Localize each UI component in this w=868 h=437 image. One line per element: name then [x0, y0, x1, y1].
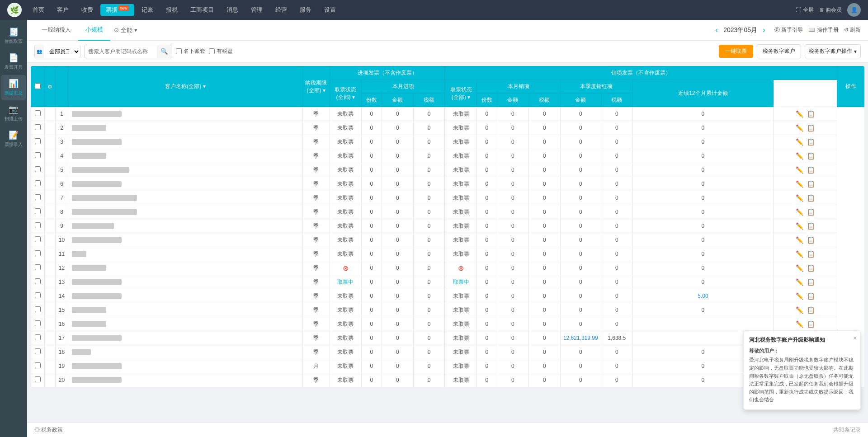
row-edit-btn[interactable]: ✏️ [795, 109, 804, 118]
row-edit-btn[interactable]: ✏️ [795, 123, 804, 132]
tax-action-btn[interactable]: 税务数字账户操作 ▾ [805, 44, 861, 58]
row-checkbox[interactable] [35, 334, 41, 340]
sidebar-item-open-invoice[interactable]: 📄 发票开具 [1, 49, 26, 74]
row-copy-btn[interactable]: 📋 [806, 291, 816, 301]
row-edit-btn[interactable]: ✏️ [795, 277, 804, 287]
select-all-checkbox[interactable] [35, 83, 41, 89]
nav-message[interactable]: 消息 [221, 4, 244, 16]
nav-operation[interactable]: 经营 [270, 4, 292, 16]
row-copy-btn[interactable]: 📋 [806, 235, 816, 244]
row-edit-btn[interactable]: ✏️ [795, 179, 804, 188]
sidebar-item-smart-invoice[interactable]: 🧾 智能取票 [1, 23, 26, 48]
nav-income[interactable]: 收费 [76, 4, 99, 16]
row-edit-btn[interactable]: ✏️ [795, 305, 804, 315]
row-edit-btn[interactable]: ✏️ [795, 221, 804, 230]
new-guide-btn[interactable]: ⓪ 新手引导 [774, 26, 803, 34]
row-sales-tax-cell: 0 [528, 135, 560, 149]
sidebar-item-scan-upload[interactable]: 📷 扫描上传 [1, 101, 26, 126]
row-checkbox[interactable] [35, 124, 41, 130]
row-checkbox[interactable] [35, 194, 41, 200]
tab-small[interactable]: 小规模 [78, 20, 110, 41]
row-copy-btn[interactable]: 📋 [806, 137, 816, 146]
row-sales-tax-cell: 0 [528, 373, 560, 387]
row-checkbox[interactable] [35, 222, 41, 228]
row-checkbox[interactable] [35, 362, 41, 368]
row-copy-btn[interactable]: 📋 [806, 221, 816, 230]
nav-customer[interactable]: 客户 [52, 4, 74, 16]
nav-service[interactable]: 服务 [294, 4, 317, 16]
row-copy-btn[interactable]: 📋 [806, 193, 816, 202]
row-checkbox[interactable] [35, 250, 41, 256]
row-edit-btn[interactable]: ✏️ [795, 137, 804, 146]
tax-checkbox[interactable] [209, 48, 215, 54]
main-layout: 🧾 智能取票 📄 发票开具 📊 票据汇总 📷 扫描上传 📝 票据录入 一般纳税人 [0, 20, 868, 437]
tax-checkbox-label[interactable]: 有税盘 [209, 47, 233, 55]
row-checkbox[interactable] [35, 278, 41, 284]
row-checkbox[interactable] [35, 180, 41, 186]
row-checkbox[interactable] [35, 166, 41, 172]
row-checkbox[interactable] [35, 138, 41, 144]
row-checkbox[interactable] [35, 264, 41, 270]
row-copy-btn[interactable]: 📋 [806, 305, 816, 315]
row-copy-btn[interactable]: 📋 [806, 207, 816, 216]
ledger-checkbox[interactable] [176, 48, 182, 54]
sidebar-item-invoice-summary[interactable]: 📊 票据汇总 [1, 75, 26, 100]
member-btn[interactable]: ♛ 购会员 [819, 6, 842, 14]
row-copy-btn[interactable]: 📋 [806, 179, 816, 188]
row-copy-btn[interactable]: 📋 [806, 123, 816, 132]
tab-all[interactable]: ⊙ 全能 ▾ [110, 21, 141, 40]
red-amount-value[interactable]: 12,621,319.99 [563, 335, 598, 341]
row-checkbox[interactable] [35, 152, 41, 158]
row-checkbox[interactable] [35, 306, 41, 312]
row-edit-btn[interactable]: ✏️ [795, 320, 804, 329]
row-copy-btn[interactable]: 📋 [806, 320, 816, 329]
row-checkbox[interactable] [35, 292, 41, 298]
row-edit-btn[interactable]: ✏️ [795, 263, 804, 273]
row-copy-btn[interactable]: 📋 [806, 109, 816, 118]
row-edit-btn[interactable]: ✏️ [795, 193, 804, 202]
fetch-btn[interactable]: 一键取票 [719, 45, 753, 58]
nav-invoice[interactable]: 票据new [100, 4, 134, 16]
search-btn[interactable]: 🔍 [157, 45, 172, 58]
cumulative-value[interactable]: 5.00 [698, 293, 708, 299]
row-copy-btn[interactable]: 📋 [806, 249, 816, 258]
row-checkbox[interactable] [35, 208, 41, 214]
search-input[interactable] [85, 48, 157, 55]
user-avatar[interactable]: 👤 [847, 3, 861, 17]
nav-business[interactable]: 工商项目 [185, 4, 219, 16]
row-edit-btn[interactable]: ✏️ [795, 291, 804, 301]
row-copy-btn[interactable]: 📋 [806, 263, 816, 273]
row-checkbox[interactable] [35, 236, 41, 242]
sidebar-item-invoice-entry[interactable]: 📝 票据录入 [1, 127, 26, 151]
nav-accounting[interactable]: 记账 [136, 4, 159, 16]
employee-select[interactable]: 全部员工 [44, 45, 80, 58]
date-prev-arrow[interactable]: ‹ [715, 25, 718, 35]
tax-policy-link[interactable]: ◎ 税务政策 [34, 426, 63, 434]
row-copy-btn[interactable]: 📋 [806, 165, 816, 174]
row-checkbox[interactable] [35, 348, 41, 354]
row-edit-btn[interactable]: ✏️ [795, 165, 804, 174]
row-checkbox[interactable] [35, 376, 41, 382]
tab-general[interactable]: 一般纳税人 [34, 20, 78, 41]
date-next-arrow[interactable]: › [763, 25, 765, 35]
row-edit-btn[interactable]: ✏️ [795, 207, 804, 216]
row-copy-btn[interactable]: 📋 [806, 151, 816, 160]
row-edit-btn[interactable]: ✏️ [795, 235, 804, 244]
row-cumulative-cell: 0 [632, 135, 773, 149]
row-edit-btn[interactable]: ✏️ [795, 151, 804, 160]
row-checkbox[interactable] [35, 110, 41, 116]
nav-manage[interactable]: 管理 [245, 4, 268, 16]
th-income-count: 份数 [361, 94, 382, 107]
refresh-btn[interactable]: ↺ 刷新 [844, 26, 861, 34]
row-copy-btn[interactable]: 📋 [806, 277, 816, 287]
ledger-checkbox-label[interactable]: 名下账套 [176, 47, 205, 55]
fullscreen-btn[interactable]: ⛶ 全屏 [796, 6, 813, 14]
row-edit-btn[interactable]: ✏️ [795, 249, 804, 258]
popup-close-btn[interactable]: × [853, 334, 857, 342]
manual-btn[interactable]: 📖 操作手册 [808, 26, 838, 34]
row-checkbox[interactable] [35, 320, 41, 326]
nav-settings[interactable]: 设置 [319, 4, 341, 16]
nav-tax[interactable]: 报税 [160, 4, 183, 16]
nav-home[interactable]: 首页 [27, 4, 50, 16]
tax-account-btn[interactable]: 税务数字账户 [757, 44, 801, 58]
